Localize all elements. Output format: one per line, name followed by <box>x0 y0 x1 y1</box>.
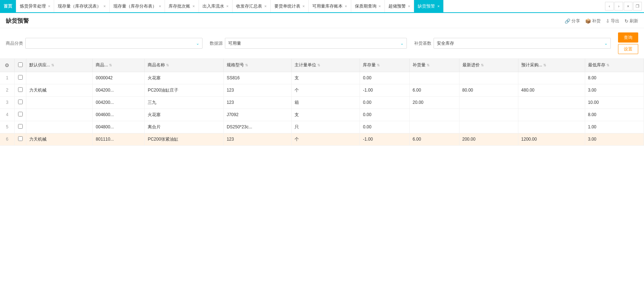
cell-checkbox-1[interactable] <box>14 84 26 96</box>
col-product-name-label: 商品名称 <box>148 62 165 68</box>
cell-supplier-5: 力天机械 <box>26 133 93 145</box>
category-select[interactable]: ⌄ <box>25 38 203 49</box>
tab-summary[interactable]: 收发存汇总表 × <box>232 0 270 13</box>
tab-shortage-close[interactable]: × <box>437 4 439 8</box>
sort-supplier-icon: ⇅ <box>51 63 54 67</box>
tab-available-close[interactable]: × <box>345 4 347 8</box>
cell-latest-price-1: 80.00 <box>459 84 518 96</box>
col-header-product-code[interactable]: 商品... ⇅ <box>93 59 145 72</box>
share-button[interactable]: 🔗 分享 <box>565 18 580 24</box>
tab-inventory-status-close[interactable]: × <box>103 4 105 8</box>
cell-supplier-0 <box>26 72 93 84</box>
replenish-button[interactable]: 📦 补货 <box>585 18 601 24</box>
nav-close-button[interactable]: × <box>624 2 632 10</box>
tab-abnormal-close[interactable]: × <box>48 4 50 8</box>
cell-spec-0: SS816 <box>223 72 291 84</box>
cell-spec-4: DS250*23c... <box>223 121 291 133</box>
row-checkbox-2[interactable] <box>18 100 23 104</box>
col-header-replenish[interactable]: 补货量 ⇅ <box>410 59 460 72</box>
cell-index-0: 1 <box>0 72 14 84</box>
col-header-settings[interactable]: ⚙ <box>0 59 14 72</box>
settings-button[interactable]: 设置 <box>618 44 638 54</box>
table-container: ⚙ 默认供应... ⇅ 商品... ⇅ <box>0 59 644 146</box>
cell-product-name-4: 离合片 <box>145 121 224 133</box>
row-checkbox-1[interactable] <box>18 87 23 92</box>
replenish-icon: 📦 <box>585 18 591 24</box>
tab-order-stat-label: 要货单统计表 <box>274 3 300 9</box>
cell-checkbox-0[interactable] <box>14 72 26 84</box>
filter-row: 商品分类 ⌄ 数据源 可用量 ⌄ 补货基数 安全库存 ⌄ 查询 设置 <box>0 28 644 59</box>
cell-checkbox-4[interactable] <box>14 121 26 133</box>
page-title: 缺货预警 <box>6 17 29 25</box>
cell-product-code-4: 004800... <box>93 121 145 133</box>
refresh-button[interactable]: ↻ 刷新 <box>625 18 638 24</box>
tab-summary-close[interactable]: × <box>264 4 266 8</box>
cell-product-code-2: 004200... <box>93 96 145 109</box>
tab-overstock[interactable]: 超储预警 × <box>385 0 414 13</box>
cell-latest-price-4 <box>459 121 518 133</box>
col-header-checkbox[interactable] <box>14 59 26 72</box>
datasource-filter: 数据源 可用量 ⌄ <box>210 38 406 49</box>
tab-inventory-dist[interactable]: 现存量（库存分布表） × <box>110 0 165 13</box>
col-header-spec[interactable]: 规格型号 ⇅ <box>223 59 291 72</box>
col-latest-price-label: 最新进价 <box>462 62 480 68</box>
cell-checkbox-2[interactable] <box>14 96 26 109</box>
replenish-base-select[interactable]: 安全库存 ⌄ <box>434 38 611 49</box>
gear-icon[interactable]: ⚙ <box>5 62 9 68</box>
tab-inout-close[interactable]: × <box>226 4 229 8</box>
tab-expiry-label: 保质期查询 <box>355 3 377 9</box>
row-checkbox-5[interactable] <box>18 136 23 141</box>
col-header-supplier[interactable]: 默认供应... ⇅ <box>26 59 93 72</box>
cell-latest-price-3 <box>459 109 518 121</box>
export-button[interactable]: ⇩ 导出 <box>606 18 619 24</box>
cell-checkbox-5[interactable] <box>14 133 26 145</box>
nav-next-button[interactable]: › <box>614 2 623 10</box>
cell-product-code-0: 0000042 <box>93 72 145 84</box>
tab-overstock-close[interactable]: × <box>408 4 410 8</box>
tab-order-stat[interactable]: 要货单统计表 × <box>271 0 309 13</box>
cell-est-purchase-0 <box>518 72 585 84</box>
tab-home[interactable]: 首页 <box>0 0 16 13</box>
tab-available-label: 可用量库存账本 <box>312 3 343 9</box>
col-header-est-purchase[interactable]: 预计采购... ⇅ <box>518 59 585 72</box>
col-header-stock[interactable]: 库存量 ⇅ <box>360 59 410 72</box>
tab-batch[interactable]: 库存批次账 × <box>165 0 199 13</box>
col-header-min-stock[interactable]: 最低库存 ⇅ <box>585 59 644 72</box>
export-label: 导出 <box>611 18 619 24</box>
row-checkbox-0[interactable] <box>18 75 23 80</box>
col-header-product-name[interactable]: 商品名称 ⇅ <box>145 59 224 72</box>
tab-expiry[interactable]: 保质期查询 × <box>351 0 385 13</box>
tab-batch-close[interactable]: × <box>192 4 195 8</box>
tab-inventory-status-label: 现存量（库存状况表） <box>58 3 101 9</box>
row-checkbox-3[interactable] <box>18 112 23 116</box>
tab-abnormal[interactable]: 炼货异常处理 × <box>16 0 54 13</box>
cell-index-2: 3 <box>0 96 14 109</box>
page-header: 缺货预警 🔗 分享 📦 补货 ⇩ 导出 ↻ 刷新 <box>0 13 644 28</box>
tab-available[interactable]: 可用量库存账本 × <box>309 0 351 13</box>
tab-inventory-dist-label: 现存量（库存分布表） <box>113 3 157 9</box>
cell-index-4: 5 <box>0 121 14 133</box>
tab-shortage[interactable]: 缺货预警 × <box>414 0 443 13</box>
row-checkbox-4[interactable] <box>18 124 23 129</box>
tab-summary-label: 收发存汇总表 <box>236 3 262 9</box>
cell-product-name-2: 三九 <box>145 96 224 109</box>
nav-prev-button[interactable]: ‹ <box>605 2 614 10</box>
tab-expiry-close[interactable]: × <box>379 4 381 8</box>
cell-spec-2: 123 <box>223 96 291 109</box>
col-header-latest-price[interactable]: 最新进价 ⇅ <box>459 59 518 72</box>
tab-inventory-status[interactable]: 现存量（库存状况表） × <box>54 0 109 13</box>
category-label: 商品分类 <box>6 40 23 47</box>
tab-inout[interactable]: 出入库流水 × <box>199 0 232 13</box>
select-all-checkbox[interactable] <box>18 62 23 67</box>
replenish-label: 补货 <box>592 18 601 24</box>
cell-stock-4: 0.00 <box>360 121 410 133</box>
datasource-select[interactable]: 可用量 ⌄ <box>225 38 406 49</box>
table-row: 6 力天机械 801110... PC200张紧油缸 123 个 -1.00 6… <box>0 133 644 145</box>
col-header-unit[interactable]: 主计量单位 ⇅ <box>292 59 360 72</box>
query-button[interactable]: 查询 <box>618 32 638 43</box>
tab-order-stat-close[interactable]: × <box>303 4 305 8</box>
nav-fullscreen-button[interactable]: ❐ <box>633 2 642 10</box>
cell-est-purchase-2 <box>518 96 585 109</box>
cell-checkbox-3[interactable] <box>14 109 26 121</box>
tab-inventory-dist-close[interactable]: × <box>159 4 161 8</box>
